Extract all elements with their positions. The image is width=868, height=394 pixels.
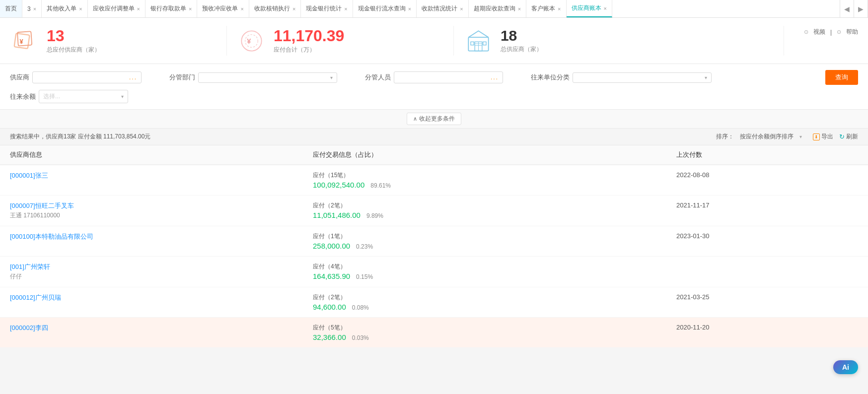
trans-count-5: 应付（2笔） — [313, 293, 676, 302]
export-button[interactable]: ⬇ 导出 — [813, 132, 833, 141]
row-supplier-1: [000001]张三 — [10, 171, 313, 180]
payable-suppliers-label: 总应付供应商（家） — [47, 46, 100, 54]
trans-amount-5: 94,600.00 — [313, 303, 346, 311]
nav-tab-3[interactable]: 3 × — [22, 0, 42, 17]
video-link[interactable]: 视频 — [813, 28, 825, 36]
nav-tab-collection-stat[interactable]: 收款情况统计 × — [417, 0, 468, 17]
trans-count-1: 应付（15笔） — [313, 171, 676, 180]
balance-placeholder: 选择... — [43, 92, 60, 101]
trans-percent-2: 9.89% — [366, 212, 383, 219]
filter-item-category: 往来单位分类 ▾ — [531, 72, 712, 83]
nav-tab-home[interactable]: 首页 — [0, 0, 22, 17]
close-icon[interactable]: × — [408, 6, 411, 12]
close-icon[interactable]: × — [189, 6, 192, 12]
trans-percent-5: 0.08% — [352, 304, 369, 311]
row-last-payment-3: 2023-01-30 — [676, 232, 858, 240]
filter-item-supplier: 供应商 ... — [10, 71, 142, 83]
results-info: 搜索结果中，供应商13家 应付金额 111,703,854.00元 — [10, 132, 150, 141]
supplier-link-3[interactable]: [000100]本特勒油品有限公司 — [10, 233, 93, 240]
collapse-bar: ∧ 收起更多条件 — [0, 110, 868, 129]
help-link[interactable]: 帮助 — [846, 28, 858, 36]
top-nav: 首页 3 × 其他收入单 × 应收应付调整单 × 银行存取款单 × 预收冲应收单… — [0, 0, 868, 18]
category-select[interactable]: ▾ — [573, 72, 712, 83]
nav-arrow-left[interactable]: ◀ — [840, 0, 854, 18]
nav-tab-other-income[interactable]: 其他收入单 × — [42, 0, 87, 17]
collapse-button[interactable]: ∧ 收起更多条件 — [407, 113, 461, 125]
close-icon[interactable]: × — [344, 6, 347, 12]
header-transaction-info: 应付交易信息（占比） — [313, 150, 676, 159]
export-label: 导出 — [821, 132, 833, 141]
row-supplier-6: [000002]李四 — [10, 324, 313, 332]
dept-select[interactable]: ▾ — [198, 72, 337, 83]
filter-item-dept: 分管部门 ▾ — [169, 72, 337, 83]
refresh-button[interactable]: ↻ 刷新 — [839, 132, 858, 141]
close-icon[interactable]: × — [604, 5, 607, 11]
payment-date-5: 2021-03-25 — [676, 293, 710, 301]
supplier-link-6[interactable]: [000002]李四 — [10, 324, 48, 331]
row-transaction-5: 应付（2笔） 94,600.00 0.08% — [313, 293, 676, 311]
supplier-link-2[interactable]: [000007]恒旺二手叉车 — [10, 202, 74, 209]
supplier-input[interactable]: ... — [32, 71, 142, 83]
filter-item-person: 分管人员 ... — [365, 71, 503, 83]
table-header: 供应商信息 应付交易信息（占比） 上次付数 — [0, 145, 868, 165]
supplier-link-5[interactable]: [000012]广州贝瑞 — [10, 294, 61, 301]
sort-value[interactable]: 按应付余额倒序排序 — [740, 132, 794, 141]
close-icon[interactable]: × — [558, 6, 561, 12]
nav-arrows: ◀ ▶ — [840, 0, 868, 18]
row-last-payment-6: 2020-11-20 — [676, 324, 858, 331]
total-suppliers-label: 总供应商（家） — [501, 45, 542, 54]
collapse-label: 收起更多条件 — [419, 115, 455, 123]
supplier-contact-4: 仔仔 — [10, 272, 313, 281]
table-row[interactable]: [001]广州荣轩 仔仔 应付（4笔） 164,635.90 0.15% — [0, 257, 868, 287]
supplier-link-4[interactable]: [001]广州荣轩 — [10, 263, 50, 270]
table-row[interactable]: [000002]李四 应付（5笔） 32,366.00 0.03% 2020-1… — [0, 318, 868, 348]
nav-tab-ar-ap-adjust[interactable]: 应收应付调整单 × — [88, 0, 145, 17]
chevron-down-icon-sort: ▾ — [799, 134, 802, 139]
nav-tab-supplier-book[interactable]: 供应商账本 × — [567, 0, 612, 17]
payable-suppliers-card: ¥ 13 总应付供应商（家） — [10, 26, 227, 56]
nav-tab-collection-verify[interactable]: 收款核销执行 × — [249, 0, 301, 17]
ai-button[interactable]: Ai — [833, 360, 858, 374]
table-row[interactable]: [000007]恒旺二手叉车 王通 17106110000 应付（2笔） 11,… — [0, 196, 868, 226]
nav-tab-cash-bank-stat[interactable]: 现金银行统计 × — [301, 0, 353, 17]
trans-percent-6: 0.03% — [352, 334, 369, 341]
query-button[interactable]: 查询 — [825, 70, 858, 85]
row-transaction-2: 应付（2笔） 11,051,486.00 9.89% — [313, 201, 676, 219]
balance-select[interactable]: 选择... ▾ — [39, 90, 128, 103]
close-icon[interactable]: × — [79, 6, 82, 12]
nav-tab-cash-bank-flow[interactable]: 现金银行流水查询 × — [353, 0, 417, 17]
close-icon[interactable]: × — [137, 6, 140, 12]
trans-amount-1: 100,092,540.00 — [313, 181, 364, 189]
table-row[interactable]: [000001]张三 应付（15笔） 100,092,540.00 89.61%… — [0, 165, 868, 196]
trans-count-6: 应付（5笔） — [313, 324, 676, 332]
payment-date-6: 2020-11-20 — [676, 324, 710, 331]
svg-point-3 — [242, 31, 262, 51]
supplier-link-1[interactable]: [000001]张三 — [10, 172, 48, 179]
dept-label: 分管部门 — [169, 73, 195, 82]
person-dots: ... — [491, 74, 499, 81]
nav-tab-overdue-ar[interactable]: 超期应收款查询 × — [469, 0, 526, 17]
close-icon[interactable]: × — [292, 6, 295, 12]
payment-date-2: 2021-11-17 — [676, 201, 710, 209]
divider: | — [830, 29, 832, 36]
trans-amount-4: 164,635.90 — [313, 272, 350, 280]
nav-tab-prepay-offset[interactable]: 预收冲应收单 × — [197, 0, 249, 17]
nav-arrow-right[interactable]: ▶ — [854, 0, 868, 18]
summary-area: ¥ 13 总应付供应商（家） ¥ 11,170.39 应付合计（万） — [0, 18, 868, 64]
supplier-label: 供应商 — [10, 73, 29, 82]
close-icon[interactable]: × — [240, 6, 243, 12]
nav-tab-bank-deposit[interactable]: 银行存取款单 × — [145, 0, 197, 17]
person-input[interactable]: ... — [394, 71, 503, 83]
nav-tab-customer-book[interactable]: 客户账本 × — [526, 0, 566, 17]
table-row[interactable]: [000012]广州贝瑞 应付（2笔） 94,600.00 0.08% 2021… — [0, 287, 868, 318]
close-icon[interactable]: × — [460, 6, 463, 12]
top-right-links: ⊙ 视频 | ⊙ 帮助 — [804, 28, 858, 36]
results-bar: 搜索结果中，供应商13家 应付金额 111,703,854.00元 排序： 按应… — [0, 129, 868, 145]
chevron-down-icon: ▾ — [330, 75, 333, 80]
close-icon[interactable]: × — [33, 6, 36, 12]
row-supplier-4: [001]广州荣轩 仔仔 — [10, 263, 313, 281]
close-icon[interactable]: × — [518, 6, 521, 12]
row-last-payment-2: 2021-11-17 — [676, 201, 858, 209]
table-row[interactable]: [000100]本特勒油品有限公司 应付（1笔） 258,000.00 0.23… — [0, 226, 868, 257]
svg-rect-9 — [483, 42, 486, 45]
